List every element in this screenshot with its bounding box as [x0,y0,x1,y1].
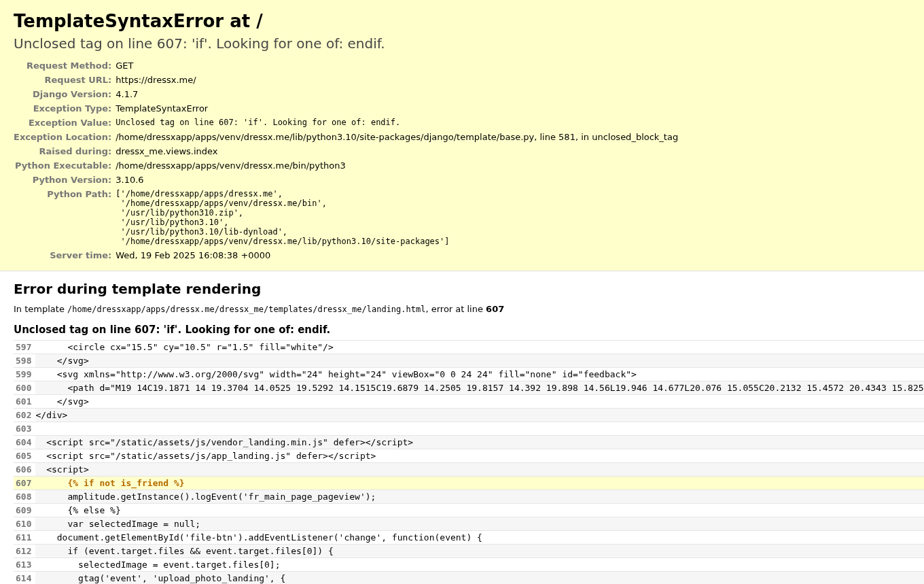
line-number: 613 [14,558,35,572]
line-number: 609 [14,504,35,517]
line-number: 599 [14,368,35,381]
error-line-number: 607 [486,304,504,314]
meta-row: Request Method:GET [14,58,678,73]
line-source: amplitude.getInstance().logEvent('fr_mai… [35,490,924,504]
meta-label: Exception Location: [14,130,116,144]
line-number: 601 [14,395,35,409]
code-row: 600 <path d="M19 14C19.1871 14 19.3704 1… [14,381,924,395]
meta-value: Wed, 19 Feb 2025 16:08:38 +0000 [116,248,678,262]
template-error-section: Error during template rendering In templ… [0,271,924,584]
meta-label: Raised during: [14,144,116,158]
line-number: 597 [14,341,35,354]
line-source: </svg> [35,354,924,368]
line-number: 608 [14,490,35,504]
meta-label: Python Path: [14,187,116,248]
meta-value: ['/home/dressxapp/apps/dressx.me', '/hom… [116,187,678,248]
line-source: {% if not is_friend %} [35,477,924,490]
source-code-table: 597 <circle cx="15.5" cy="10.5" r="1.5" … [14,340,924,584]
line-number: 606 [14,463,35,477]
line-source: document.getElementById('file-btn').addE… [35,531,924,545]
line-number: 600 [14,381,35,395]
meta-value: dressx_me.views.index [116,144,678,158]
meta-label: Django Version: [14,87,116,101]
meta-value: TemplateSyntaxError [116,101,678,116]
code-row: 606 <script> [14,463,924,477]
code-row: 614 gtag('event', 'upload_photo_landing'… [14,572,924,585]
code-row: 605 <script src="/static/assets/js/app_l… [14,449,924,463]
line-source: </svg> [35,395,924,409]
line-source: {% else %} [35,504,924,517]
code-row: 608 amplitude.getInstance().logEvent('fr… [14,490,924,504]
line-number: 611 [14,531,35,545]
meta-label: Exception Value: [14,116,116,130]
line-number: 603 [14,422,35,436]
template-path: /home/dressxapp/apps/dressx.me/dressx_me… [67,305,425,314]
template-error-message: Unclosed tag on line 607: 'if'. Looking … [14,324,910,336]
code-row: 599 <svg xmlns="http://www.w3.org/2000/s… [14,368,924,381]
meta-value: https://dressx.me/ [116,73,678,87]
meta-value: Unclosed tag on line 607: 'if'. Looking … [116,116,678,130]
meta-value: 4.1.7 [116,87,678,101]
template-error-intro: In template /home/dressxapp/apps/dressx.… [14,304,910,314]
meta-row: Request URL:https://dressx.me/ [14,73,678,87]
line-source [35,422,924,436]
code-row: 610 var selectedImage = null; [14,517,924,531]
meta-value: /home/dressxapp/apps/venv/dressx.me/bin/… [116,158,678,173]
error-title: TemplateSyntaxError at / [14,11,910,31]
code-row: 597 <circle cx="15.5" cy="10.5" r="1.5" … [14,341,924,354]
meta-row: Exception Value:Unclosed tag on line 607… [14,116,678,130]
line-number: 604 [14,436,35,449]
line-source: gtag('event', 'upload_photo_landing', { [35,572,924,585]
line-source: var selectedImage = null; [35,517,924,531]
code-row: 603 [14,422,924,436]
meta-row: Server time:Wed, 19 Feb 2025 16:08:38 +0… [14,248,678,262]
line-number: 612 [14,545,35,558]
line-source: <script src="/static/assets/js/app_landi… [35,449,924,463]
meta-row: Exception Type:TemplateSyntaxError [14,101,678,116]
meta-row: Python Executable:/home/dressxapp/apps/v… [14,158,678,173]
meta-value: GET [116,58,678,73]
meta-label: Request Method: [14,58,116,73]
code-row: 613 selectedImage = event.target.files[0… [14,558,924,572]
code-row: 612 if (event.target.files && event.targ… [14,545,924,558]
line-number: 607 [14,477,35,490]
line-source: <circle cx="15.5" cy="10.5" r="1.5" fill… [35,341,924,354]
error-summary: TemplateSyntaxError at / Unclosed tag on… [0,0,924,271]
code-row: 601 </svg> [14,395,924,409]
meta-row: Python Version:3.10.6 [14,173,678,187]
meta-label: Server time: [14,248,116,262]
line-source: <svg xmlns="http://www.w3.org/2000/svg" … [35,368,924,381]
line-source: <path d="M19 14C19.1871 14 19.3704 14.05… [35,381,924,395]
line-number: 610 [14,517,35,531]
meta-value: 3.10.6 [116,173,678,187]
code-row: 607 {% if not is_friend %} [14,477,924,490]
meta-row: Python Path:['/home/dressxapp/apps/dress… [14,187,678,248]
meta-row: Exception Location:/home/dressxapp/apps/… [14,130,678,144]
line-source: <script> [35,463,924,477]
line-source: if (event.target.files && event.target.f… [35,545,924,558]
meta-label: Request URL: [14,73,116,87]
code-row: 602</div> [14,409,924,422]
line-number: 598 [14,354,35,368]
meta-row: Django Version:4.1.7 [14,87,678,101]
meta-label: Python Version: [14,173,116,187]
error-subtitle: Unclosed tag on line 607: 'if'. Looking … [14,35,910,52]
meta-label: Python Executable: [14,158,116,173]
error-meta-table: Request Method:GETRequest URL:https://dr… [14,58,678,262]
meta-label: Exception Type: [14,101,116,116]
code-row: 604 <script src="/static/assets/js/vendo… [14,436,924,449]
meta-value: /home/dressxapp/apps/venv/dressx.me/lib/… [116,130,678,144]
line-number: 614 [14,572,35,585]
code-row: 611 document.getElementById('file-btn').… [14,531,924,545]
code-row: 598 </svg> [14,354,924,368]
meta-row: Raised during:dressx_me.views.index [14,144,678,158]
line-source: selectedImage = event.target.files[0]; [35,558,924,572]
line-number: 605 [14,449,35,463]
line-source: <script src="/static/assets/js/vendor_la… [35,436,924,449]
line-number: 602 [14,409,35,422]
code-row: 609 {% else %} [14,504,924,517]
line-source: </div> [35,409,924,422]
template-error-heading: Error during template rendering [14,281,910,297]
